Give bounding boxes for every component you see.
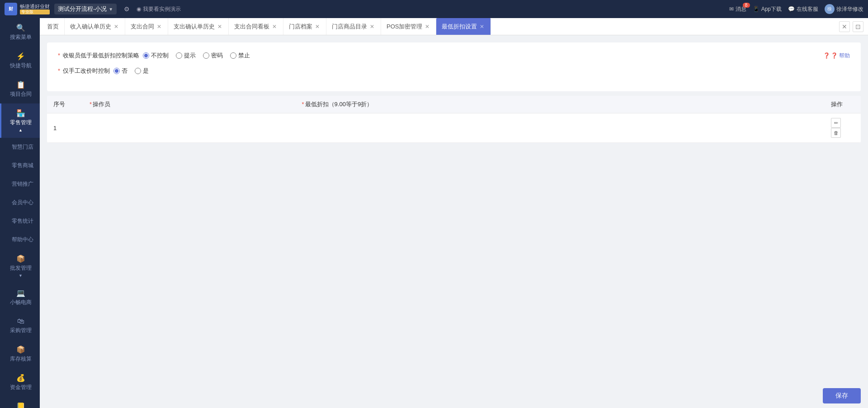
tab-min-discount-close[interactable]: ✕ (479, 23, 485, 30)
tab-close-all-btn[interactable]: ✕ (839, 21, 850, 32)
sidebar-item-inventory[interactable]: 📦 库存核算 (0, 340, 40, 368)
sidebar-label-ecommerce: 小畅电商 (10, 299, 32, 306)
sidebar-label-inventory: 库存核算 (10, 355, 32, 363)
tab-payment-board[interactable]: 支出合同看板 ✕ (229, 18, 283, 35)
cashier-password-label: 密码 (211, 52, 223, 60)
settings-icon-btn[interactable]: ⚙ (120, 3, 133, 15)
tab-store-profile[interactable]: 门店档案 ✕ (283, 18, 326, 35)
tab-pos-password-label: POS加密管理 (387, 23, 422, 31)
sidebar-item-marketing[interactable]: 营销推广 (0, 175, 40, 193)
user-menu-btn[interactable]: 徐 徐泽华修改 (825, 4, 863, 14)
cell-min-discount (296, 113, 825, 143)
chevron-down-icon: ▼ (108, 7, 113, 12)
tab-income-history-close[interactable]: ✕ (113, 23, 119, 30)
tab-payment-board-close[interactable]: ✕ (271, 23, 278, 30)
tab-payment-history-close[interactable]: ✕ (217, 23, 223, 30)
project-name: 测试分开流程-小况 (58, 5, 107, 13)
cashier-forbid-label: 禁止 (238, 52, 250, 60)
demo-link[interactable]: ◉ 我要看实例演示 (137, 5, 181, 13)
manual-yes-radio[interactable] (135, 68, 141, 74)
th-min-discount: *最低折扣（9.00等于9折） (296, 96, 825, 113)
app-download-label: App下载 (761, 5, 782, 13)
sidebar-item-search[interactable]: 🔍 搜索菜单 (0, 18, 40, 47)
sidebar-item-purchase[interactable]: 🛍 采购管理 (0, 312, 40, 340)
sidebar-item-retail[interactable]: 🏪 零售管理 ▲ (0, 103, 40, 138)
tab-home-label: 首页 (47, 23, 59, 31)
sidebar-label-purchase: 采购管理 (10, 327, 32, 334)
message-btn[interactable]: ✉ 消息 8 (729, 5, 746, 13)
tab-payment-history[interactable]: 支出确认单历史 ✕ (168, 18, 229, 35)
header-center: 测试分开流程-小况 ▼ ⚙ ◉ 我要看实例演示 (50, 3, 729, 15)
sidebar-item-member[interactable]: 会员中心 (0, 193, 40, 212)
content-area: 首页 收入确认单历史 ✕ 支出合同 ✕ 支出确认单历史 ✕ 支出合同看板 ✕ 门… (40, 18, 868, 408)
manual-yes[interactable]: 是 (135, 67, 149, 75)
sidebar: 🔍 搜索菜单 ⚡ 快捷导航 📋 项目合同 🏪 零售管理 ▲ 智慧门店 零售商城 … (0, 18, 40, 408)
sidebar-label-project: 项目合同 (10, 90, 32, 98)
tab-bar: 首页 收入确认单历史 ✕ 支出合同 ✕ 支出确认单历史 ✕ 支出合同看板 ✕ 门… (40, 18, 868, 35)
cashier-forbid-radio[interactable] (230, 52, 236, 59)
sidebar-item-smart-store[interactable]: 智慧门店 (0, 138, 40, 156)
project-selector[interactable]: 测试分开流程-小况 ▼ (54, 4, 117, 14)
sidebar-label-wholesale: 批发管理 (10, 264, 32, 272)
th-seq: 序号 (47, 96, 83, 113)
help-link[interactable]: ❓ ❓ 帮助 (823, 52, 850, 60)
table-header-row: 序号 *操作员 *最低折扣（9.00等于9折） 操作 (47, 96, 861, 113)
manual-no[interactable]: 否 (113, 67, 127, 75)
wholesale-icon: 📦 (16, 254, 25, 263)
th-operator: *操作员 (83, 96, 296, 113)
chevron-down-icon: ▼ (19, 273, 23, 278)
chevron-up-icon: ▲ (19, 128, 23, 132)
sidebar-label-finance: 资金管理 (10, 384, 32, 391)
quicknav-icon: ⚡ (16, 52, 25, 61)
sidebar-item-ecommerce[interactable]: 💻 小畅电商 (0, 283, 40, 312)
tab-store-catalog[interactable]: 门店商品目录 ✕ (326, 18, 381, 35)
online-service-btn[interactable]: 💬 在线客服 (788, 5, 818, 13)
demo-circle-icon: ◉ (137, 6, 141, 12)
sidebar-label-retail-stats: 零售统计 (12, 217, 33, 225)
pro-tag: 专业版 (20, 9, 50, 14)
cashier-remind-radio[interactable] (176, 52, 182, 59)
tab-store-profile-close[interactable]: ✕ (314, 23, 321, 30)
tab-payment-contract[interactable]: 支出合同 ✕ (125, 18, 168, 35)
tab-home[interactable]: 首页 (42, 18, 65, 35)
sidebar-item-wholesale[interactable]: 📦 批发管理 ▼ (0, 249, 40, 283)
sidebar-item-quicknav[interactable]: ⚡ 快捷导航 (0, 47, 40, 75)
tab-payment-history-label: 支出确认单历史 (174, 23, 215, 31)
tab-min-discount[interactable]: 最低折扣设置 ✕ (436, 18, 491, 35)
app-download-btn[interactable]: 📱 App下载 (753, 5, 782, 13)
header-logo: 财 畅捷通好业财 专业版 (5, 3, 50, 15)
inventory-icon: 📦 (16, 345, 25, 354)
tab-expand-btn[interactable]: ⊡ (853, 21, 863, 32)
cashier-no-control-label: 不控制 (151, 52, 169, 60)
sidebar-item-help[interactable]: 帮助中心 (0, 230, 40, 249)
tab-payment-contract-close[interactable]: ✕ (156, 23, 162, 30)
accounting-icon: 📒 (16, 402, 25, 408)
required-star-cashier: * (58, 52, 60, 59)
sidebar-item-retail-stats[interactable]: 零售统计 (0, 212, 40, 230)
tab-payment-board-label: 支出合同看板 (234, 23, 269, 31)
sidebar-label-help: 帮助中心 (12, 236, 33, 244)
cashier-password-radio[interactable] (203, 52, 209, 59)
save-button[interactable]: 保存 (823, 388, 861, 403)
cashier-forbid[interactable]: 禁止 (230, 52, 250, 60)
sidebar-label-member: 会员中心 (12, 199, 33, 206)
row-edit-btn[interactable]: ✏ (831, 118, 841, 128)
tab-income-history[interactable]: 收入确认单历史 ✕ (65, 18, 125, 35)
sidebar-item-finance[interactable]: 💰 资金管理 (0, 368, 40, 397)
cashier-password[interactable]: 密码 (203, 52, 223, 60)
manual-no-radio[interactable] (113, 68, 120, 74)
cashier-policy-label: * 收银员低于最低折扣控制策略 (58, 52, 139, 60)
cashier-remind[interactable]: 提示 (176, 52, 196, 60)
cashier-no-control[interactable]: 不控制 (143, 52, 169, 60)
cashier-policy-radio-group: 不控制 提示 密码 禁止 (143, 52, 250, 60)
cashier-no-control-radio[interactable] (143, 52, 149, 59)
main-layout: 🔍 搜索菜单 ⚡ 快捷导航 📋 项目合同 🏪 零售管理 ▲ 智慧门店 零售商城 … (0, 18, 868, 408)
sidebar-item-online-store[interactable]: 零售商城 (0, 156, 40, 175)
sidebar-item-accounting[interactable]: 📒 总账管理 (0, 397, 40, 408)
tab-store-catalog-close[interactable]: ✕ (369, 23, 375, 30)
sidebar-item-project[interactable]: 📋 项目合同 (0, 75, 40, 103)
row-delete-btn[interactable]: 🗑 (831, 128, 841, 138)
tab-pos-password[interactable]: POS加密管理 ✕ (381, 18, 436, 35)
service-icon: 💬 (788, 6, 795, 12)
tab-pos-password-close[interactable]: ✕ (424, 23, 430, 30)
